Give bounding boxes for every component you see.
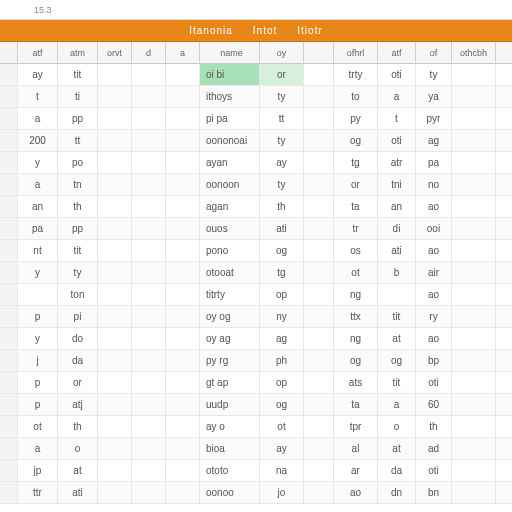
cell[interactable]: atj <box>58 394 98 415</box>
cell[interactable]: og <box>378 350 416 371</box>
cell[interactable] <box>304 482 334 503</box>
cell[interactable] <box>0 372 18 393</box>
cell[interactable]: or <box>260 64 304 85</box>
cell[interactable] <box>166 482 200 503</box>
cell[interactable] <box>166 262 200 283</box>
cell[interactable] <box>166 130 200 151</box>
cell[interactable] <box>0 482 18 503</box>
cell[interactable]: 60 <box>416 394 452 415</box>
cell[interactable] <box>98 394 132 415</box>
cell[interactable]: th <box>58 416 98 437</box>
cell[interactable] <box>132 460 166 481</box>
cell[interactable]: oti <box>416 460 452 481</box>
cell[interactable]: ati <box>378 240 416 261</box>
cell[interactable] <box>304 240 334 261</box>
cell[interactable]: py <box>334 108 378 129</box>
cell[interactable] <box>452 306 496 327</box>
cell[interactable]: or <box>334 174 378 195</box>
cell[interactable]: ttx <box>334 306 378 327</box>
cell[interactable] <box>452 64 496 85</box>
cell[interactable] <box>304 438 334 459</box>
cell[interactable] <box>132 240 166 261</box>
cell[interactable] <box>0 306 18 327</box>
cell[interactable]: oonoo <box>200 482 260 503</box>
cell[interactable]: ty <box>260 174 304 195</box>
cell[interactable]: ay o <box>200 416 260 437</box>
cell[interactable]: di <box>378 218 416 239</box>
cell[interactable]: y <box>18 152 58 173</box>
cell[interactable] <box>452 174 496 195</box>
cell[interactable] <box>132 174 166 195</box>
cell[interactable]: oonoon <box>200 174 260 195</box>
cell[interactable] <box>166 108 200 129</box>
cell[interactable]: at <box>378 438 416 459</box>
cell[interactable] <box>98 196 132 217</box>
cell[interactable]: atr <box>378 152 416 173</box>
cell[interactable] <box>166 174 200 195</box>
cell[interactable]: oti <box>378 64 416 85</box>
cell[interactable]: oononoai <box>200 130 260 151</box>
cell[interactable] <box>452 240 496 261</box>
cell[interactable] <box>98 350 132 371</box>
cell[interactable] <box>452 460 496 481</box>
cell[interactable]: p <box>18 394 58 415</box>
cell[interactable]: pa <box>416 152 452 173</box>
cell[interactable]: og <box>260 394 304 415</box>
cell[interactable]: ton <box>58 284 98 305</box>
cell[interactable]: to <box>334 86 378 107</box>
cell[interactable] <box>132 108 166 129</box>
cell[interactable]: p <box>18 306 58 327</box>
cell[interactable] <box>98 240 132 261</box>
cell[interactable] <box>132 130 166 151</box>
cell[interactable] <box>452 196 496 217</box>
cell[interactable]: titrty <box>200 284 260 305</box>
cell[interactable]: b <box>378 262 416 283</box>
cell[interactable] <box>18 284 58 305</box>
cell[interactable] <box>304 460 334 481</box>
cell[interactable]: agan <box>200 196 260 217</box>
cell[interactable] <box>132 482 166 503</box>
col-header[interactable]: oy <box>260 42 304 63</box>
cell[interactable] <box>166 306 200 327</box>
cell[interactable]: tit <box>378 306 416 327</box>
cell[interactable] <box>304 262 334 283</box>
cell[interactable] <box>98 130 132 151</box>
cell[interactable] <box>452 372 496 393</box>
cell[interactable]: a <box>18 174 58 195</box>
cell[interactable] <box>378 284 416 305</box>
cell[interactable]: uudp <box>200 394 260 415</box>
cell[interactable] <box>98 284 132 305</box>
cell[interactable]: air <box>416 262 452 283</box>
cell[interactable] <box>132 306 166 327</box>
cell[interactable]: ot <box>334 262 378 283</box>
cell[interactable] <box>0 108 18 129</box>
cell[interactable]: tg <box>260 262 304 283</box>
cell[interactable]: ats <box>334 372 378 393</box>
cell[interactable]: da <box>58 350 98 371</box>
cell[interactable] <box>0 460 18 481</box>
cell[interactable] <box>132 328 166 349</box>
cell[interactable]: tg <box>334 152 378 173</box>
cell[interactable] <box>0 174 18 195</box>
cell[interactable]: ay <box>260 152 304 173</box>
col-header[interactable] <box>0 42 18 63</box>
cell[interactable]: gt ap <box>200 372 260 393</box>
cell[interactable] <box>304 64 334 85</box>
cell[interactable] <box>452 416 496 437</box>
cell[interactable]: tpr <box>334 416 378 437</box>
cell[interactable] <box>304 350 334 371</box>
cell[interactable]: py rg <box>200 350 260 371</box>
cell[interactable]: 200 <box>18 130 58 151</box>
cell[interactable] <box>304 86 334 107</box>
cell[interactable] <box>452 218 496 239</box>
cell[interactable] <box>0 218 18 239</box>
cell[interactable] <box>452 262 496 283</box>
cell[interactable]: oti <box>378 130 416 151</box>
cell[interactable]: ty <box>416 64 452 85</box>
cell[interactable] <box>304 284 334 305</box>
cell[interactable]: bioa <box>200 438 260 459</box>
cell[interactable] <box>304 130 334 151</box>
cell[interactable]: ag <box>416 130 452 151</box>
cell[interactable] <box>0 350 18 371</box>
cell[interactable] <box>166 86 200 107</box>
